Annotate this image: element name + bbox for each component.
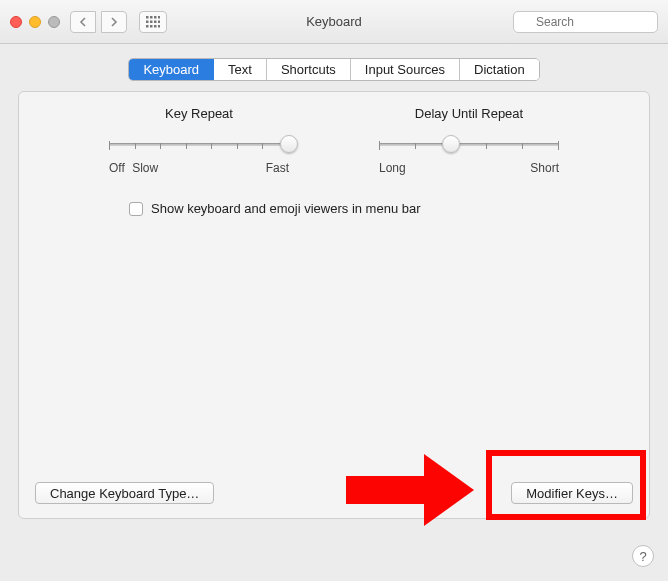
svg-rect-3 [158, 16, 160, 19]
chevron-left-icon [79, 17, 87, 27]
zoom-window-icon[interactable] [48, 16, 60, 28]
svg-rect-7 [158, 20, 160, 23]
delay-slider[interactable] [379, 133, 559, 155]
show-all-preferences-button[interactable] [139, 11, 167, 33]
search-wrap [513, 11, 658, 33]
svg-rect-10 [154, 25, 157, 28]
key-repeat-block: Key Repeat Off Slow Fast [109, 106, 289, 175]
titlebar: Keyboard [0, 0, 668, 44]
change-keyboard-type-button[interactable]: Change Keyboard Type… [35, 482, 214, 504]
nav-group [70, 11, 167, 33]
sliders-row: Key Repeat Off Slow Fast Delay Until Rep… [19, 106, 649, 175]
forward-button[interactable] [101, 11, 127, 33]
key-repeat-labels: Off Slow Fast [109, 161, 289, 175]
svg-rect-1 [150, 16, 153, 19]
svg-rect-4 [146, 20, 149, 23]
key-repeat-slow-label: Slow [132, 161, 158, 175]
slider-knob-icon[interactable] [442, 135, 460, 153]
delay-block: Delay Until Repeat Long Short [379, 106, 559, 175]
delay-short-label: Short [530, 161, 559, 175]
tab-dictation[interactable]: Dictation [460, 59, 539, 80]
key-repeat-title: Key Repeat [109, 106, 289, 121]
slider-knob-icon[interactable] [280, 135, 298, 153]
search-input[interactable] [513, 11, 658, 33]
svg-rect-8 [146, 25, 149, 28]
key-repeat-slider[interactable] [109, 133, 289, 155]
svg-rect-9 [150, 25, 153, 28]
svg-rect-11 [158, 25, 160, 28]
panel-footer: Change Keyboard Type… Modifier Keys… [35, 482, 633, 504]
key-repeat-off-label: Off [109, 161, 125, 175]
window-controls [10, 16, 60, 28]
tab-text[interactable]: Text [214, 59, 267, 80]
tab-shortcuts[interactable]: Shortcuts [267, 59, 351, 80]
tab-input-sources[interactable]: Input Sources [351, 59, 460, 80]
show-keyboard-viewers-checkbox[interactable] [129, 202, 143, 216]
back-button[interactable] [70, 11, 96, 33]
modifier-keys-button[interactable]: Modifier Keys… [511, 482, 633, 504]
key-repeat-fast-label: Fast [266, 161, 289, 175]
svg-rect-5 [150, 20, 153, 23]
svg-rect-0 [146, 16, 149, 19]
show-keyboard-viewers-label: Show keyboard and emoji viewers in menu … [151, 201, 421, 216]
delay-long-label: Long [379, 161, 406, 175]
chevron-right-icon [110, 17, 118, 27]
show-keyboard-viewers-row: Show keyboard and emoji viewers in menu … [129, 201, 649, 216]
minimize-window-icon[interactable] [29, 16, 41, 28]
tab-keyboard[interactable]: Keyboard [129, 59, 214, 80]
grid-icon [146, 16, 160, 28]
keyboard-panel: Key Repeat Off Slow Fast Delay Until Rep… [18, 91, 650, 519]
svg-rect-6 [154, 20, 157, 23]
tab-segment: Keyboard Text Shortcuts Input Sources Di… [128, 58, 539, 81]
delay-labels: Long Short [379, 161, 559, 175]
help-button[interactable]: ? [632, 545, 654, 567]
delay-title: Delay Until Repeat [379, 106, 559, 121]
tabs: Keyboard Text Shortcuts Input Sources Di… [0, 58, 668, 81]
close-window-icon[interactable] [10, 16, 22, 28]
svg-rect-2 [154, 16, 157, 19]
